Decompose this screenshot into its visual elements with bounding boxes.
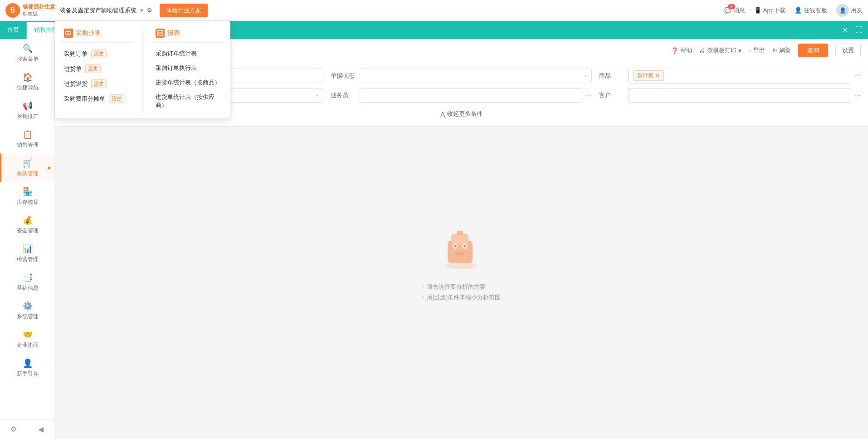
cooperation-icon: 🤝: [23, 330, 33, 340]
sidebar-marketing-label: 营销推广: [17, 113, 39, 120]
online-service-item[interactable]: 👤 在线客服: [795, 6, 827, 15]
tab-home[interactable]: 首页: [0, 21, 27, 39]
history-badge-2[interactable]: 历史: [91, 79, 107, 88]
sidebar-collapse-icon[interactable]: ◀: [38, 425, 44, 434]
filter-customer: 客户 ···: [599, 88, 861, 103]
goods-input[interactable]: 设计素 ✕: [628, 68, 851, 84]
logo-icon: 6: [5, 3, 20, 18]
history-badge-3[interactable]: 历史: [109, 94, 124, 103]
marketing-icon: 📢: [23, 101, 33, 111]
sidebar-item-inventory[interactable]: 🏪 库存核算: [0, 182, 54, 211]
sidebar-system-label: 系统管理: [17, 313, 39, 321]
basic-info-icon: 📑: [23, 272, 33, 282]
header-right: 💬 9 消息 📱 App下载 👤 在线客服 👤 用友: [724, 4, 863, 17]
empty-hint-2: 用[过滤]条件来缩小分析范围: [422, 292, 501, 302]
notification-item[interactable]: 💬 9 消息: [724, 6, 745, 15]
report-section-icon: [156, 29, 165, 38]
finance-icon: 💰: [23, 215, 33, 225]
sidebar-item-cooperation[interactable]: 🤝 企业协同: [0, 325, 54, 354]
sidebar-item-finance[interactable]: 💰 资金管理: [0, 211, 54, 239]
logo-tag: 标准版: [23, 10, 55, 17]
salesperson-more-icon[interactable]: ···: [586, 91, 592, 99]
filter-salesperson: 业务员 ···: [331, 88, 592, 103]
industry-button[interactable]: 体验行业方案: [160, 4, 208, 17]
system-title-area: 装备及固定资产辅助管理系统 ▾ ⚙ 体验行业方案: [60, 4, 724, 17]
hint-1-text: 请先选择要分析的方案: [427, 281, 486, 292]
system-gear-icon[interactable]: ⚙: [147, 7, 152, 14]
refresh-button[interactable]: ↻ 刷新: [772, 46, 791, 54]
app-download-label: App下载: [763, 6, 785, 15]
user-avatar: 👤: [836, 4, 849, 17]
sidebar-item-quick-nav[interactable]: 🏠 快捷导航: [0, 68, 54, 96]
notification-badge: 9: [728, 4, 735, 9]
goods-more-icon[interactable]: ···: [855, 72, 861, 80]
menu-item-expense[interactable]: 采购费用分摊单 历史: [60, 91, 133, 106]
query-button[interactable]: 查询: [798, 44, 828, 57]
report-section-title: 报表: [152, 27, 225, 43]
refresh-label: 刷新: [779, 46, 791, 54]
sidebar-purchase-label: 采购管理: [17, 170, 39, 178]
svg-rect-2: [451, 234, 468, 244]
operations-icon: 📊: [23, 244, 33, 254]
tab-close-button[interactable]: ✕: [840, 24, 850, 36]
user-item[interactable]: 👤 用友: [836, 4, 863, 17]
menu-item-order-stats[interactable]: 采购订单统计表: [152, 46, 225, 61]
menu-item-inbound-supplier[interactable]: 进货单统计表（按供应商）: [152, 90, 225, 113]
app-download-item[interactable]: 📱 App下载: [754, 6, 785, 15]
sidebar-item-purchase[interactable]: 🛒 采购管理: [0, 153, 54, 182]
tab-expand-button[interactable]: ⛶: [853, 24, 864, 36]
sidebar-item-marketing[interactable]: 📢 营销推广: [0, 96, 54, 125]
salesperson-input[interactable]: [360, 88, 582, 103]
sidebar-item-sales[interactable]: 📋 销售管理: [0, 125, 54, 153]
notification-icon: 💬 9: [724, 7, 731, 14]
menu-item-inbound-goods[interactable]: 进货单统计表（按商品）: [152, 75, 225, 90]
expense-label: 采购费用分摊单: [64, 95, 105, 103]
svg-point-7: [463, 245, 466, 247]
goods-tag-close-icon[interactable]: ✕: [655, 73, 660, 79]
purchase-section-icon: [64, 29, 73, 38]
sidebar-item-operations[interactable]: 📊 经营管理: [0, 239, 54, 268]
system-icon: ⚙️: [23, 301, 33, 311]
sidebar-sales-label: 销售管理: [17, 141, 39, 149]
system-title-text: 装备及固定资产辅助管理系统: [60, 6, 137, 15]
sidebar-item-system[interactable]: ⚙️ 系统管理: [0, 296, 54, 325]
print-template-button[interactable]: 🖨 按模板打印 ▾: [699, 46, 741, 54]
sidebar-settings-icon[interactable]: ⚙: [10, 425, 17, 434]
system-dropdown-icon[interactable]: ▾: [140, 7, 143, 14]
sidebar-search-label: 搜索菜单: [17, 55, 39, 63]
svg-rect-1: [448, 241, 473, 263]
empty-state: 请先选择要分析的方案 用[过滤]条件来缩小分析范围: [54, 127, 868, 439]
guide-icon: 👤: [23, 358, 33, 368]
status-input[interactable]: ▾: [360, 69, 592, 83]
export-icon: ↑: [749, 47, 752, 54]
sidebar-cooperation-label: 企业协同: [17, 341, 39, 349]
help-label: 帮助: [680, 46, 692, 54]
inbound-label: 进货单: [64, 65, 82, 73]
setting-button[interactable]: 设置: [835, 44, 861, 57]
empty-text: 请先选择要分析的方案 用[过滤]条件来缩小分析范围: [422, 281, 501, 303]
customer-more-icon[interactable]: ···: [855, 91, 861, 99]
inbound-goods-label: 进货单统计表（按商品）: [156, 79, 220, 87]
goods-tag: 设计素 ✕: [633, 70, 664, 81]
menu-item-return[interactable]: 进货退货 历史: [60, 76, 133, 91]
menu-item-order-exec[interactable]: 采购订单执行表: [152, 61, 225, 75]
status-arrow-icon: ▾: [585, 73, 587, 78]
goods-tag-text: 设计素: [637, 72, 653, 79]
menu-item-purchase-order[interactable]: 采购订单 历史: [60, 46, 133, 61]
sidebar-item-search[interactable]: 🔍 搜索菜单: [0, 39, 54, 68]
sidebar-operations-label: 经营管理: [17, 256, 39, 263]
history-badge-1[interactable]: 历史: [85, 64, 101, 73]
customer-input[interactable]: [628, 88, 851, 103]
sidebar-item-guide[interactable]: 👤 新手引导: [0, 354, 54, 382]
service-icon: 👤: [795, 7, 802, 14]
purchase-section-title: 采购业务: [60, 27, 133, 43]
export-button[interactable]: ↑ 导出: [749, 46, 766, 54]
help-button[interactable]: ❓ 帮助: [671, 46, 692, 54]
sales-icon: 📋: [23, 129, 33, 139]
sidebar-item-basic-info[interactable]: 📑 基础信息: [0, 268, 54, 296]
history-badge-0[interactable]: 历史: [91, 49, 107, 58]
avatar-icon: 👤: [839, 7, 846, 14]
print-dropdown-icon: ▾: [738, 47, 741, 54]
notification-label: 消息: [733, 6, 745, 15]
menu-item-inbound[interactable]: 进货单 历史: [60, 61, 133, 76]
